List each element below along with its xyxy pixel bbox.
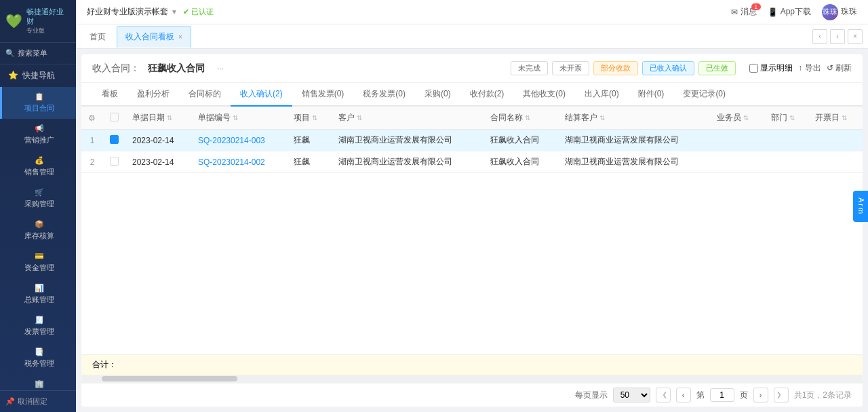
status-partial-payment[interactable]: 部分收款 (593, 61, 638, 75)
app-download-button[interactable]: 📱 App下载 (768, 6, 811, 18)
total-pages-info: 共1页，2条记录 (794, 390, 852, 401)
export-button[interactable]: ↑ 导出 (798, 62, 821, 74)
row-date: 2023-02-14 (125, 151, 191, 173)
accounting-icon: 📊 (35, 284, 44, 293)
page-input[interactable] (710, 388, 734, 402)
col-salesperson: 业务员 ⇅ (710, 107, 764, 130)
sort-customer-icon[interactable]: ⇅ (357, 114, 362, 121)
row-project: 狂飙 (287, 151, 332, 173)
status-confirmed[interactable]: 已收入确认 (642, 61, 694, 75)
status-uninvoiced[interactable]: 未开票 (552, 61, 589, 75)
sort-project-icon[interactable]: ⇅ (312, 114, 317, 121)
sales-icon: 💰 (35, 156, 44, 165)
sidebar-item-label: 发票管理 (24, 326, 54, 337)
table-row[interactable]: 2 2023-02-14 SQ-20230214-002 狂飙 湖南卫视商业运营… (81, 151, 863, 173)
company-selector[interactable]: 好业财专业版演示帐套 ▼ (87, 6, 178, 18)
home-tab[interactable]: 首页 (81, 24, 114, 49)
last-page-button[interactable]: 》 (774, 388, 789, 402)
sidebar-item-invoice[interactable]: 🧾 发票管理 (0, 310, 76, 342)
message-button[interactable]: ✉ 1 消息 (731, 6, 757, 18)
row-num: 2 (81, 151, 103, 173)
tab-warehouse[interactable]: 出入库(0) (575, 83, 629, 107)
user-avatar[interactable]: 珠珠 珠珠 (822, 4, 857, 20)
verified-badge: ✔ 已认证 (183, 7, 214, 17)
pin-button[interactable]: 📌 取消固定 (0, 390, 76, 412)
tab-close-icon[interactable]: × (178, 33, 182, 41)
tab-change-log[interactable]: 变更记录(0) (673, 83, 735, 107)
sidebar-item-asset[interactable]: 🏢 固定资产 (0, 374, 76, 390)
tab-other-income[interactable]: 其他收支(0) (513, 83, 575, 107)
download-icon: 📱 (768, 7, 778, 17)
tab-close-all-button[interactable]: × (848, 29, 863, 44)
show-detail-input[interactable] (749, 64, 758, 73)
more-button[interactable]: ··· (213, 64, 228, 73)
select-all-checkbox[interactable] (110, 113, 119, 121)
show-detail-checkbox[interactable]: 显示明细 (749, 62, 793, 74)
pagination: 每页显示 50 20 100 《 ‹ 第 页 › 》 共1页，2条记录 (81, 383, 863, 407)
show-detail-label: 显示明细 (760, 62, 793, 74)
tab-attachment[interactable]: 附件(0) (629, 83, 674, 107)
contract-header: 收入合同： 狂飙收入合同 ··· 未完成 未开票 部分收款 已收入确认 已生效 … (81, 54, 863, 83)
sidebar-item-label: 采购管理 (24, 199, 54, 209)
sidebar-item-project[interactable]: 📋 项目合同 (0, 87, 76, 119)
next-page-button[interactable]: › (753, 388, 768, 402)
sidebar-item-accounting[interactable]: 📊 总账管理 (0, 278, 76, 310)
sort-number-icon[interactable]: ⇅ (233, 114, 238, 121)
doc-link[interactable]: SQ-20230214-003 (198, 136, 265, 145)
sidebar-item-inventory[interactable]: 📦 库存核算 (0, 214, 76, 246)
scrollbar-thumb[interactable] (102, 376, 237, 381)
horizontal-scrollbar[interactable] (81, 375, 863, 383)
status-incomplete[interactable]: 未完成 (511, 61, 548, 75)
page-size-select[interactable]: 50 20 100 (613, 388, 650, 402)
status-effective[interactable]: 已生效 (698, 61, 736, 75)
table-row[interactable]: 1 2023-02-14 SQ-20230214-003 狂飙 湖南卫视商业运营… (81, 130, 863, 151)
right-action-button[interactable]: Arm (853, 190, 868, 221)
sort-salesperson-icon[interactable]: ⇅ (743, 114, 749, 121)
tab-revenue-confirm[interactable]: 收入确认(2) (231, 83, 292, 107)
contract-tab[interactable]: 收入合同看板 × (117, 26, 191, 48)
col-number: 单据编号 ⇅ (191, 107, 288, 130)
sort-invoice-date-icon[interactable]: ⇅ (842, 114, 847, 121)
project-icon: 📋 (35, 92, 44, 101)
sidebar-item-label: 销售管理 (24, 167, 54, 177)
doc-link[interactable]: SQ-20230214-002 (198, 157, 265, 167)
sort-date-icon[interactable]: ⇅ (167, 114, 172, 121)
sidebar-item-marketing[interactable]: 📢 营销推广 (0, 119, 76, 151)
refresh-button[interactable]: ↺ 刷新 (827, 62, 852, 74)
sort-contract-icon[interactable]: ⇅ (525, 114, 530, 121)
tab-subject[interactable]: 合同标的 (179, 83, 231, 107)
settings-icon[interactable]: ⚙ (88, 113, 96, 123)
col-invoice-date: 开票日 ⇅ (808, 107, 863, 130)
tab-prev-button[interactable]: ‹ (812, 29, 827, 44)
row-salesperson (710, 130, 764, 151)
col-date: 单据日期 ⇅ (125, 107, 191, 130)
row-checkbox[interactable] (103, 151, 125, 173)
avatar: 珠珠 (822, 4, 838, 20)
search-menu[interactable]: 🔍 搜索菜单 (0, 43, 76, 64)
tab-sales-invoice[interactable]: 销售发票(0) (292, 83, 354, 107)
tab-profit[interactable]: 盈利分析 (127, 83, 179, 107)
tab-payment[interactable]: 收付款(2) (460, 83, 514, 107)
pin-icon: 📌 (5, 397, 15, 406)
content-area: 收入合同： 狂飙收入合同 ··· 未完成 未开票 部分收款 已收入确认 已生效 … (81, 54, 863, 407)
sidebar-nav: 📋 项目合同 📢 营销推广 💰 销售管理 🛒 采购管理 📦 库存核算 💳 资金管… (0, 87, 76, 390)
tab-dashboard[interactable]: 看板 (92, 83, 127, 107)
sidebar-item-purchase[interactable]: 🛒 采购管理 (0, 183, 76, 214)
tab-next-button[interactable]: › (830, 29, 845, 44)
sidebar-item-sales[interactable]: 💰 销售管理 (0, 151, 76, 183)
tab-tax-invoice[interactable]: 税务发票(0) (353, 83, 415, 107)
tab-purchase[interactable]: 采购(0) (415, 83, 460, 107)
page-label-current: 第 (696, 390, 705, 401)
sort-department-icon[interactable]: ⇅ (789, 114, 795, 121)
sidebar-item-tax[interactable]: 📑 税务管理 (0, 342, 76, 374)
row-checkbox[interactable] (103, 130, 125, 151)
message-badge: 1 (751, 3, 761, 10)
topbar-right: ✉ 1 消息 📱 App下载 珠珠 珠珠 (731, 4, 857, 20)
sidebar-item-quick-nav[interactable]: ⭐ 快捷导航 (0, 64, 76, 87)
prev-page-button[interactable]: ‹ (676, 388, 691, 402)
col-project: 项目 ⇅ (287, 107, 332, 130)
sidebar-item-fund[interactable]: 💳 资金管理 (0, 246, 76, 278)
search-label: 搜索菜单 (18, 48, 47, 58)
sort-result-customer-icon[interactable]: ⇅ (599, 114, 605, 121)
first-page-button[interactable]: 《 (656, 388, 671, 402)
